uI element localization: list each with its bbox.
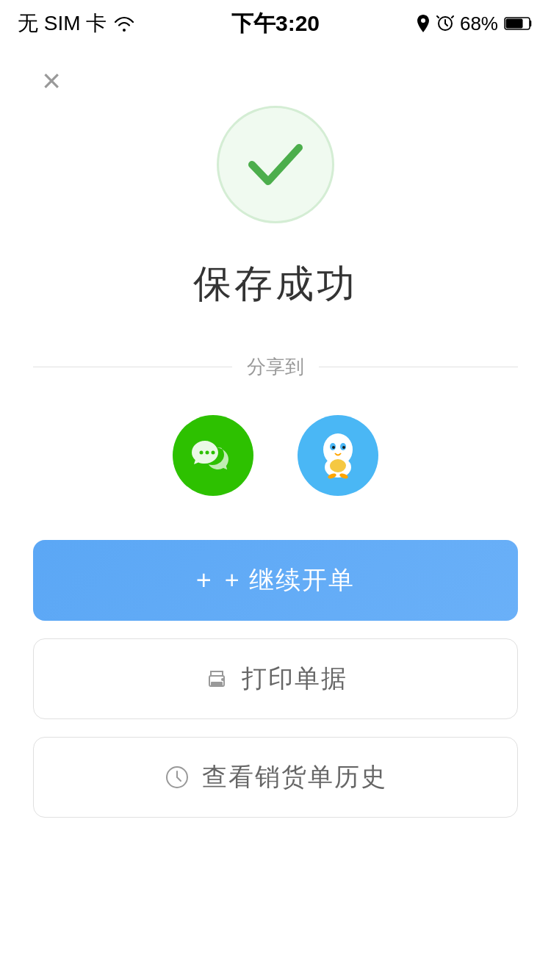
history-label: 查看销货单历史 xyxy=(202,760,387,794)
share-icons-row xyxy=(173,415,378,496)
print-icon xyxy=(204,666,230,692)
divider-right xyxy=(319,367,518,367)
status-left: 无 SIM 卡 xyxy=(18,10,134,37)
svg-point-15 xyxy=(330,459,346,472)
close-icon: × xyxy=(42,65,61,97)
svg-rect-2 xyxy=(506,19,523,29)
main-content: 保存成功 分享到 xyxy=(0,47,551,818)
share-qq-button[interactable] xyxy=(298,415,378,496)
wifi-icon xyxy=(114,15,134,32)
divider-left xyxy=(33,367,232,367)
svg-point-11 xyxy=(342,446,345,449)
share-divider: 分享到 xyxy=(33,354,518,380)
svg-point-6 xyxy=(212,451,215,455)
status-time: 下午3:20 xyxy=(231,9,320,39)
battery-percent: 68% xyxy=(460,12,498,35)
alarm-icon xyxy=(436,14,454,33)
checkmark-icon xyxy=(246,139,305,190)
action-buttons: + + 继续开单 打印单据 查看销货单历史 xyxy=(33,540,518,818)
svg-rect-17 xyxy=(211,682,223,686)
svg-point-10 xyxy=(332,446,335,449)
print-button[interactable]: 打印单据 xyxy=(33,638,518,719)
svg-point-4 xyxy=(200,451,204,455)
svg-point-18 xyxy=(221,678,224,681)
share-label: 分享到 xyxy=(232,354,319,380)
status-right: 68% xyxy=(416,12,533,35)
share-section: 分享到 xyxy=(0,354,551,496)
share-wechat-button[interactable] xyxy=(173,415,253,496)
continue-icon: + xyxy=(196,565,213,596)
print-label: 打印单据 xyxy=(242,662,347,696)
history-icon xyxy=(164,764,190,790)
battery-icon xyxy=(504,15,533,32)
location-icon xyxy=(416,14,431,33)
wechat-icon xyxy=(189,435,237,476)
svg-point-5 xyxy=(206,451,209,455)
no-sim-text: 无 SIM 卡 xyxy=(18,10,107,37)
qq-icon xyxy=(314,429,362,482)
continue-button[interactable]: + + 继续开单 xyxy=(33,540,518,621)
success-circle xyxy=(217,106,334,223)
close-button[interactable]: × xyxy=(29,59,73,103)
history-button[interactable]: 查看销货单历史 xyxy=(33,737,518,818)
status-bar: 无 SIM 卡 下午3:20 68% xyxy=(0,0,551,47)
continue-label: + 继续开单 xyxy=(225,563,355,597)
success-title: 保存成功 xyxy=(193,259,358,310)
